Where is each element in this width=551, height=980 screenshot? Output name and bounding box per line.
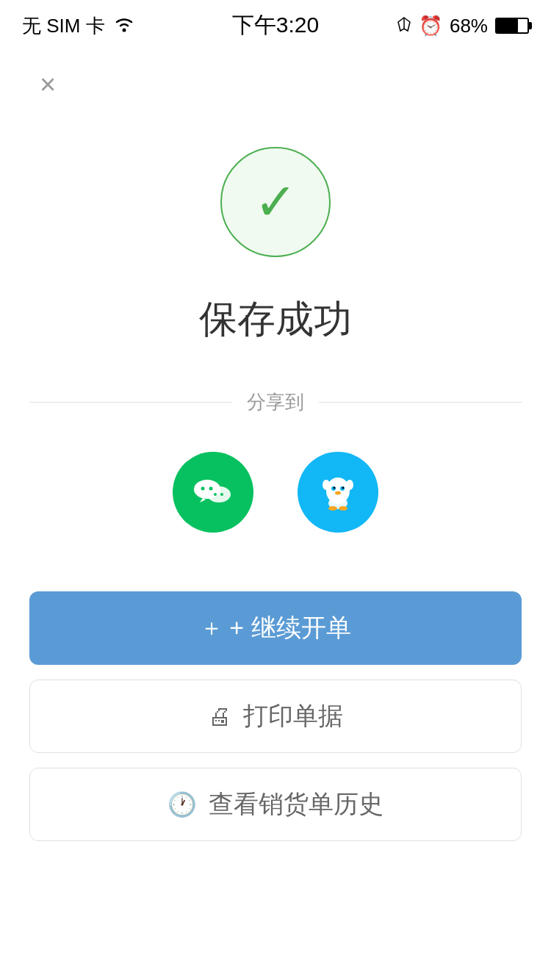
share-qq-button[interactable] — [298, 452, 378, 533]
continue-button[interactable]: ＋ + 继续开单 — [29, 591, 522, 665]
svg-point-0 — [122, 28, 126, 32]
share-wechat-button[interactable] — [173, 452, 253, 533]
print-icon: 🖨 — [208, 703, 231, 730]
continue-icon: ＋ — [200, 612, 223, 644]
action-buttons: ＋ + 继续开单 🖨 打印单据 🕐 查看销货单历史 — [29, 591, 522, 841]
success-circle: ✓ — [220, 147, 331, 257]
wifi-icon — [114, 15, 134, 37]
share-label: 分享到 — [247, 389, 304, 415]
alarm-icon: ⏰ — [419, 15, 442, 37]
status-bar: 无 SIM 卡 下午3:20 ⏰ 68% — [0, 0, 551, 51]
svg-point-15 — [328, 506, 337, 511]
history-button[interactable]: 🕐 查看销货单历史 — [29, 768, 522, 841]
continue-label: + 继续开单 — [229, 611, 350, 645]
print-button[interactable]: 🖨 打印单据 — [29, 680, 522, 753]
svg-point-13 — [335, 491, 341, 494]
status-left: 无 SIM 卡 — [22, 13, 134, 39]
history-icon: 🕐 — [168, 790, 197, 818]
print-label: 打印单据 — [243, 699, 343, 733]
main-content: × ✓ 保存成功 分享到 — [0, 51, 551, 856]
close-icon: × — [40, 71, 56, 98]
svg-point-5 — [214, 493, 217, 496]
checkmark-icon: ✓ — [254, 176, 298, 228]
divider-line-right — [319, 402, 522, 403]
svg-point-3 — [201, 486, 204, 490]
share-icons — [173, 452, 378, 533]
sim-text: 无 SIM 卡 — [22, 13, 105, 39]
svg-point-18 — [346, 480, 353, 490]
close-button-container: × — [29, 66, 522, 103]
status-time: 下午3:20 — [232, 10, 319, 40]
qq-icon — [314, 469, 362, 516]
svg-point-6 — [220, 493, 223, 496]
close-button[interactable]: × — [29, 66, 66, 103]
status-right: ⏰ 68% — [397, 15, 529, 37]
location-icon — [397, 15, 411, 37]
share-divider: 分享到 — [29, 389, 522, 415]
svg-point-12 — [342, 486, 344, 489]
svg-point-17 — [323, 480, 330, 490]
history-label: 查看销货单历史 — [209, 788, 383, 821]
wechat-icon — [190, 469, 237, 516]
svg-point-16 — [339, 506, 347, 511]
success-title: 保存成功 — [199, 294, 352, 345]
divider-line-left — [29, 402, 232, 403]
svg-marker-7 — [200, 498, 206, 502]
svg-point-4 — [209, 486, 212, 490]
battery-icon — [495, 18, 529, 34]
svg-point-11 — [333, 486, 335, 489]
battery-percentage: 68% — [450, 15, 488, 37]
